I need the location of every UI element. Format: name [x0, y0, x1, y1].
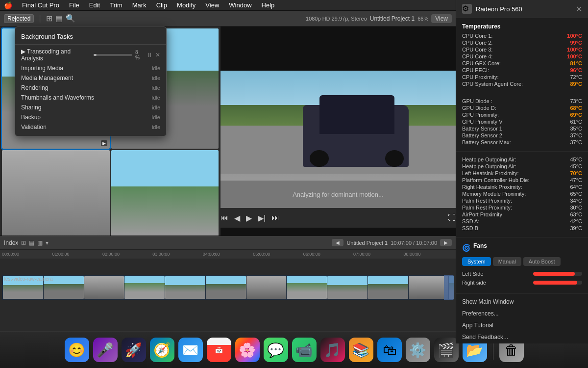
menu-modify[interactable]: Modify: [175, 1, 197, 9]
preferences-item[interactable]: Preferences...: [456, 308, 588, 319]
dock-icon-safari[interactable]: 🧭: [150, 338, 174, 362]
fan-tab-manual[interactable]: Manual: [493, 257, 521, 266]
playback-controls: ⏮ ◀ ▶ ▶| ⏭ ⛶: [220, 208, 456, 228]
fan-tab-system[interactable]: System: [462, 257, 491, 266]
show-main-window-item[interactable]: Show Main Window: [456, 296, 588, 308]
car-wheel-right: [385, 150, 404, 167]
task-backup-label: Backup: [21, 114, 41, 121]
temp-cpu-sysagent: CPU System Agent Core:89°C: [462, 81, 582, 87]
menu-final-cut-pro[interactable]: Final Cut Pro: [20, 1, 61, 9]
menu-help[interactable]: Help: [260, 1, 277, 9]
temp-left-heatsink: Left Heatsink Proximity:70°C: [462, 170, 582, 176]
track-thumb-11: [409, 276, 449, 299]
dock-icon-finder[interactable]: 😊: [65, 338, 89, 362]
fast-forward-button[interactable]: ⏭: [271, 213, 279, 222]
rewind-button[interactable]: ⏮: [220, 213, 228, 222]
fan-tab-auto-boost[interactable]: Auto Boost: [523, 257, 561, 266]
gpu-menu-section: Show Main Window Preferences... App Tuto…: [456, 293, 588, 343]
stop-icon[interactable]: ✕: [155, 52, 160, 58]
calendar-icon-symbol: 📅: [215, 346, 223, 354]
timeline-nav-prev[interactable]: ◀: [332, 239, 343, 246]
clip-view-icon[interactable]: ▤: [55, 14, 63, 23]
timeline-main-track[interactable]: test-video-raw-camera: [2, 275, 454, 300]
ruler-mark-1: 01:00:00: [52, 252, 102, 257]
timeline-tool-list[interactable]: ▤: [29, 239, 34, 246]
menu-view[interactable]: View: [203, 1, 221, 9]
temp-palm2: Palm Rest Proximity:30°C: [462, 205, 582, 210]
track-right-handle[interactable]: [444, 275, 454, 300]
menu-window[interactable]: Window: [227, 1, 253, 9]
pause-icon[interactable]: ⏸: [147, 52, 152, 58]
dock-icon-books[interactable]: 📚: [349, 338, 373, 362]
dock-icon-fcpx[interactable]: 🎬: [434, 338, 459, 362]
project-name-display: Untitled Project 1: [370, 15, 415, 22]
menu-trim[interactable]: Trim: [108, 1, 124, 9]
launchpad-icon-symbol: 🚀: [125, 342, 142, 358]
play-next-button[interactable]: ▶|: [258, 213, 266, 223]
background-tasks-popup: Background Tasks ▶ Transcoding and Analy…: [15, 26, 167, 136]
play-prev-button[interactable]: ◀: [234, 213, 240, 223]
track-thumb-4: [124, 276, 165, 299]
menu-edit[interactable]: Edit: [87, 1, 102, 9]
more-item[interactable]: More ▶: [456, 343, 588, 343]
temp-heatpipe1: Heatpipe Outgoing Air:45°C: [462, 157, 582, 162]
temp-cpu3: CPU Core 3:100°C: [462, 47, 582, 53]
dock-icon-photos[interactable]: 🌸: [235, 338, 260, 362]
task-media-mgmt-status: idle: [152, 75, 160, 81]
dock-icon-siri[interactable]: 🎤: [93, 338, 118, 362]
send-feedback-item[interactable]: Send Feedback...: [456, 331, 588, 343]
app-tutorial-item[interactable]: App Tutorial: [456, 319, 588, 331]
menu-file[interactable]: File: [67, 1, 81, 9]
thumb-badge-1: ▶: [101, 140, 107, 146]
apple-menu[interactable]: 🍎: [4, 1, 12, 9]
timeline-tool-more[interactable]: ▾: [46, 239, 49, 246]
clip-appearance-icon[interactable]: ⊞: [46, 14, 52, 23]
timeline-tool-grid[interactable]: ⊞: [21, 239, 26, 246]
temperatures-section: Temperatures CPU Core 1:100°C CPU Core 2…: [456, 18, 588, 93]
fan-left-side: Left Side: [462, 271, 582, 277]
dock-icon-mail[interactable]: ✉️: [178, 338, 203, 362]
dock-icon-launchpad[interactable]: 🚀: [122, 338, 146, 362]
bg-tasks-title: Background Tasks: [15, 31, 166, 45]
temp-cpu4: CPU Core 4:100°C: [462, 53, 582, 59]
dock-icon-facetime[interactable]: 📹: [292, 338, 317, 362]
dock-icon-music[interactable]: 🎵: [320, 338, 345, 362]
progress-container: [94, 54, 132, 56]
temp-ssda: SSD A:42°C: [462, 218, 582, 224]
timeline-project-name: Untitled Project 1: [346, 240, 388, 246]
gpu-panel-close[interactable]: ✕: [576, 4, 582, 14]
timeline-tool-clip[interactable]: ▥: [37, 239, 43, 246]
dock-icon-messages[interactable]: 💬: [264, 338, 288, 362]
temp-gpu-diode-d: GPU Diode D:68°C: [462, 105, 582, 111]
view-button[interactable]: View: [431, 14, 452, 23]
temp-heatpipe2: Heatpipe Outgoing Air:45°C: [462, 163, 582, 169]
temp-bat-max: Battery Sensor Max:37°C: [462, 139, 582, 145]
ruler-mark-5: 05:00:00: [253, 252, 303, 257]
ruler-mark-4: 04:00:00: [203, 252, 253, 257]
menu-mark[interactable]: Mark: [130, 1, 148, 9]
books-icon-symbol: 📚: [352, 342, 369, 358]
dock-icon-sysprefs[interactable]: ⚙️: [406, 338, 430, 362]
filter-separator: |: [39, 14, 41, 23]
car-roof: [319, 95, 395, 133]
filter-dropdown-rejected[interactable]: Rejected: [4, 14, 34, 23]
fans-title: Fans: [473, 242, 487, 249]
ruler-mark-3: 03:00:00: [152, 252, 202, 257]
search-clips-icon[interactable]: 🔍: [66, 14, 75, 23]
fullscreen-button[interactable]: ⛶: [448, 213, 456, 222]
menu-clip[interactable]: Clip: [154, 1, 169, 9]
play-button[interactable]: ▶: [246, 213, 252, 223]
finder-icon-symbol: 😊: [68, 342, 85, 358]
dock-icon-appstore[interactable]: 🛍: [377, 338, 402, 362]
analyzing-text: Analyzing for dominant motion...: [293, 191, 384, 198]
dock-icon-calendar[interactable]: 📅: [207, 338, 231, 362]
fans-header: 🌀 Fans: [462, 242, 582, 253]
fan-left-bar: [533, 272, 575, 276]
task-media-mgmt: Media Management idle: [15, 73, 166, 83]
temp-pch: Platform Controller Hub Die:47°C: [462, 177, 582, 183]
progress-percent: 8 %: [135, 50, 144, 60]
timeline-nav-next[interactable]: ▶: [440, 239, 452, 246]
task-rendering-status: Idle: [151, 85, 160, 91]
fans-section: 🌀 Fans System Manual Auto Boost Left Sid…: [456, 237, 588, 293]
siri-icon-symbol: 🎤: [97, 342, 114, 358]
